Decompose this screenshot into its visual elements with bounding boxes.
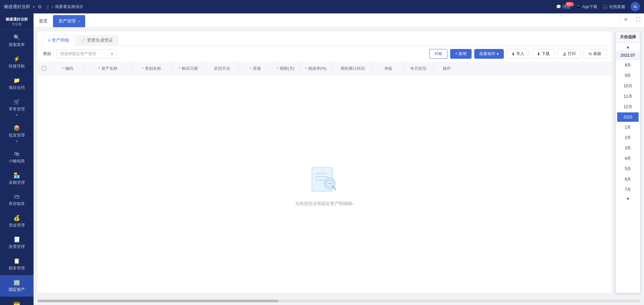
invoice-label: 发票管理 [9,244,25,250]
th-code-label: 编码 [65,66,73,71]
retail-icon: 🛒 [13,99,20,105]
app-download-button[interactable]: 📱 App下载 [576,4,597,10]
assets-label: 固定资产 [9,287,25,293]
category-arrow-icon: ▾ [111,52,113,56]
messages-button[interactable]: 💬 消息 99+ [556,4,571,10]
month-3-label: 3月 [625,145,631,151]
reconcile-button[interactable]: 对账 [429,49,447,59]
refresh-button[interactable]: ↻ 刷新 [584,49,606,59]
category-select[interactable]: 请选择固定资产类别 ▾ [56,49,117,58]
sidebar-item-project[interactable]: 📁 项目合同 [0,73,34,95]
add-button[interactable]: + 新增 [450,49,472,59]
toolbar-right: 对账 + 新增 批量操作 ▾ ⬇ 导入 [429,49,606,59]
batch-button[interactable]: 批量操作 ▾ [474,49,504,59]
month-item-1[interactable]: 1月 [616,122,640,133]
user-avatar[interactable]: Ai [631,2,640,11]
month-item-12[interactable]: 12月 [616,102,640,112]
demo-link[interactable]: ○ 我要看实例演示 [51,4,83,10]
company-name: 畅捷通好业财 [4,4,30,10]
main-panel: ≡ 资产明细 📄 变更生成凭证 类别 请选择固定资产类别 ▾ [38,32,612,293]
window-maximize-button[interactable]: ⛶ [632,13,644,26]
sidebar-item-search[interactable]: 🔍 搜索菜单 [0,30,34,52]
horizontal-scrollbar-thumb[interactable] [38,300,278,302]
sidebar-item-inventory[interactable]: 🗃 库存核算 [0,190,34,211]
tab-assets-label: 资产管理 [58,18,76,24]
download-button[interactable]: ⬇ 下载 [532,49,555,59]
month-panel-body: 2022.07 8月 9月 10月 11月 12月 [616,51,640,195]
sidebar: 畅捷通好业财 专业版 🔍 搜索菜单 ⚡ 快捷导航 📁 项目合同 🛒 零售管理 ▾… [0,13,34,305]
month-down-nav[interactable]: ▼ [616,195,640,203]
tab-home-label: 首页 [39,18,48,24]
tab-close-icon[interactable]: × [78,19,80,23]
down-arrow-icon: ▼ [626,196,630,201]
voucher-tab-icon: 📄 [80,38,86,43]
sidebar-item-retail[interactable]: 🛒 零售管理 ▾ [0,95,34,121]
detail-tab-icon: ≡ [48,38,50,43]
finance-label: 资金管理 [9,222,25,228]
sidebar-item-finance[interactable]: 💰 资金管理 [0,211,34,232]
finance-icon: 💰 [13,215,20,221]
reconcile-label: 对账 [434,51,442,57]
sidebar-item-wholesale[interactable]: 📦 批发管理 ▾ [0,121,34,147]
top-bar-left: 畅捷通好业财 ▾ ⚙ | ○ 我要看实例演示 [4,4,83,10]
page-content: ≡ 资产明细 📄 变更生成凭证 类别 请选择固定资产类别 ▾ [34,28,644,297]
month-panel-header: 月份选择 [616,32,640,43]
month-9-label: 9月 [625,73,631,79]
month-6-label: 6月 [625,176,631,182]
month-item-5[interactable]: 5月 [616,164,640,174]
th-category: * 类别名称 [131,62,172,75]
month-item-10[interactable]: 10月 [616,81,640,91]
tax-label: 税务管理 [9,265,25,271]
th-net-value: 净值 [373,62,403,75]
tab-home[interactable]: 首页 [34,15,53,27]
month-7-label: 7月 [625,187,631,193]
batch-arrow-icon: ▾ [497,52,499,56]
import-button[interactable]: ⬇ 导入 [506,49,529,59]
window-close-button[interactable]: ✕ [620,13,632,26]
sidebar-item-ecommerce[interactable]: 🛍 小畅电商 [0,147,34,168]
print-button[interactable]: 🖨 打印 [557,49,581,59]
sidebar-item-invoice[interactable]: 🧾 发票管理 [0,232,34,254]
month-item-2[interactable]: 2月 [616,133,640,143]
th-monthly-dep-label: 本月折旧 [410,66,426,71]
subtab-voucher[interactable]: 📄 变更生成凭证 [75,35,118,45]
sidebar-item-tax[interactable]: 📋 税务管理 [0,254,34,275]
sidebar-item-assets[interactable]: 🏢 固定资产 [0,275,34,297]
month-item-6[interactable]: 6月 [616,174,640,185]
close-icon: ✕ [624,17,628,22]
th-checkbox[interactable] [38,62,51,75]
month-item-9[interactable]: 9月 [616,70,640,81]
th-name-label: 资产名称 [101,66,117,71]
month-up-nav[interactable]: ▲ [616,43,640,51]
top-bar-right: 💬 消息 99+ 📱 App下载 🎧 在线客服 Ai [556,2,640,11]
month-item-3[interactable]: 3月 [616,143,640,153]
tab-assets[interactable]: 资产管理 × [53,15,85,27]
sidebar-item-purchase[interactable]: 🏪 采购管理 [0,168,34,190]
service-icon: 🎧 [603,4,608,9]
batch-label: 批量操作 [479,51,495,57]
month-item-11[interactable]: 11月 [616,91,640,102]
app-edition: 专业版 [3,22,31,27]
month-year-header: 2022.07 [616,51,640,60]
month-item-7[interactable]: 7月 [616,185,640,195]
top-bar: 畅捷通好业财 ▾ ⚙ | ○ 我要看实例演示 💬 消息 99+ 📱 App下载 … [0,0,644,13]
company-dropdown-icon[interactable]: ▾ [33,5,35,9]
refresh-label: 刷新 [593,51,601,57]
sidebar-item-salary[interactable]: 💳 工资 [0,297,34,305]
th-depreciation-method: 折旧方法 [205,62,239,75]
settings-icon[interactable]: ⚙ [38,4,42,9]
year-badge-2023[interactable]: 2023 [617,112,639,122]
online-service-button[interactable]: 🎧 在线客服 [603,4,625,10]
quicknav-icon: ⚡ [13,56,20,62]
select-all-checkbox[interactable] [42,66,46,71]
app-icon: 📱 [576,4,581,9]
horizontal-scrollbar-track[interactable] [38,300,640,302]
detail-tab-label: 资产明细 [52,37,69,43]
subtab-detail[interactable]: ≡ 资产明细 [43,35,74,46]
download-icon: ⬇ [537,52,540,56]
month-panel-title: 月份选择 [620,35,636,39]
month-item-8[interactable]: 8月 [616,60,640,70]
th-category-label: 类别名称 [145,66,161,71]
sidebar-item-quicknav[interactable]: ⚡ 快捷导航 [0,52,34,73]
month-item-4[interactable]: 4月 [616,153,640,164]
